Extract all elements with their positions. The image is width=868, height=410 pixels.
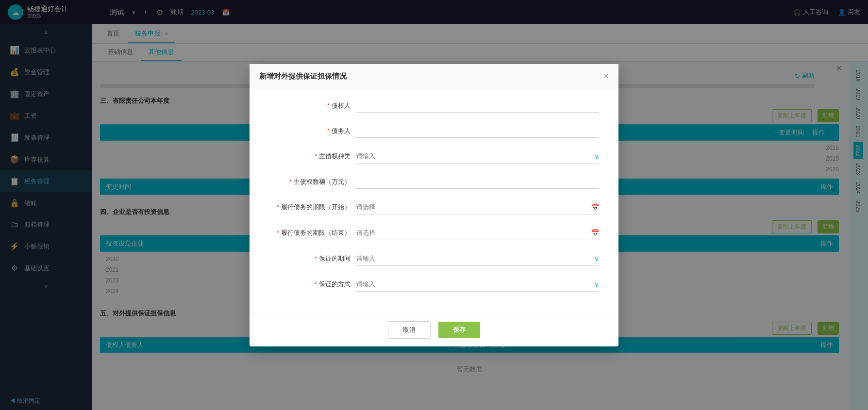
guarantee-period-label: * 保证的期间 xyxy=(269,254,356,263)
guarantee-period-input[interactable] xyxy=(356,255,594,262)
field-creditor: * 债权人 xyxy=(269,99,599,113)
cancel-button[interactable]: 取消 xyxy=(388,321,431,339)
modal-body: * 债权人 * 债务人 * 主债权种类 xyxy=(250,89,618,313)
period-start-calendar-icon: 📅 xyxy=(591,203,599,211)
field-guarantee-method: * 保证的方式 ∨ xyxy=(269,278,599,292)
modal-title: 新增对外提供保证担保情况 xyxy=(259,72,347,81)
creditor-amount-label: * 主债权数额（万元） xyxy=(269,178,356,186)
period-end-calendar-icon: 📅 xyxy=(591,229,599,237)
creditor-label: * 债权人 xyxy=(269,101,356,110)
modal-overlay: 新增对外提供保证担保情况 × * 债权人 * 债务人 xyxy=(0,0,868,410)
guarantee-period-select[interactable]: ∨ xyxy=(356,252,599,266)
field-period-start: * 履行债务的期限（开始） 📅 xyxy=(269,200,599,214)
modal-dialog: 新增对外提供保证担保情况 × * 债权人 * 债务人 xyxy=(250,64,618,346)
creditor-amount-input[interactable] xyxy=(356,175,599,189)
creditor-type-select[interactable]: ∨ xyxy=(356,149,599,164)
period-end-label: * 履行债务的期限（结束） xyxy=(269,229,356,237)
field-guarantee-period: * 保证的期间 ∨ xyxy=(269,252,599,266)
period-start-picker[interactable]: 📅 xyxy=(356,200,599,214)
modal-footer: 取消 保存 xyxy=(250,313,618,346)
field-period-end: * 履行债务的期限（结束） 📅 xyxy=(269,226,599,240)
guarantee-period-arrow: ∨ xyxy=(594,255,599,262)
field-creditor-amount: * 主债权数额（万元） xyxy=(269,175,599,189)
guarantee-method-label: * 保证的方式 xyxy=(269,280,356,289)
field-debtor: * 债务人 xyxy=(269,124,599,138)
creditor-input[interactable] xyxy=(356,99,599,113)
guarantee-method-arrow: ∨ xyxy=(594,280,599,288)
guarantee-method-select[interactable]: ∨ xyxy=(356,278,599,292)
creditor-type-label: * 主债权种类 xyxy=(269,152,356,161)
creditor-type-arrow: ∨ xyxy=(594,152,599,160)
debtor-input[interactable] xyxy=(356,124,599,138)
save-button[interactable]: 保存 xyxy=(438,322,480,338)
period-start-input[interactable] xyxy=(356,203,591,211)
creditor-type-input[interactable] xyxy=(356,152,594,160)
field-creditor-type: * 主债权种类 ∨ xyxy=(269,149,599,164)
guarantee-method-input[interactable] xyxy=(356,280,594,288)
debtor-label: * 债务人 xyxy=(269,127,356,135)
modal-header: 新增对外提供保证担保情况 × xyxy=(250,64,618,89)
period-start-label: * 履行债务的期限（开始） xyxy=(269,203,356,212)
modal-close-button[interactable]: × xyxy=(603,72,609,81)
period-end-picker[interactable]: 📅 xyxy=(356,226,599,240)
period-end-input[interactable] xyxy=(356,229,591,236)
